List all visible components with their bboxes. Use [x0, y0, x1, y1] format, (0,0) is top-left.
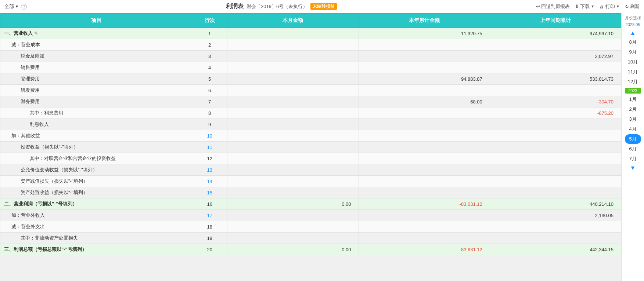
table-cell-item: 其中：对联营企业和合营企业的投资收益	[0, 153, 192, 164]
table-cell-year	[359, 233, 490, 244]
table-cell-lastyear	[490, 153, 621, 164]
month-item[interactable]: 8月	[625, 37, 641, 47]
table-cell-year	[359, 187, 490, 198]
table-cell-rownum: 13	[192, 164, 227, 176]
table-cell-rownum: 19	[192, 233, 227, 244]
table-cell-year: -83,631.12	[359, 244, 490, 255]
table-cell-item: 管理费用	[0, 73, 192, 85]
scope-dropdown[interactable]: 全部 ▼	[4, 3, 19, 10]
table-cell-rownum: 11	[192, 142, 227, 153]
table-cell-month	[227, 96, 359, 107]
download-arrow-icon: ▼	[591, 4, 594, 8]
table-cell-rownum: 14	[192, 176, 227, 187]
month-item[interactable]: 1月	[625, 95, 641, 104]
month-item[interactable]: 9月	[625, 47, 641, 57]
table-cell-lastyear: -304.70	[490, 96, 621, 107]
table-cell-lastyear	[490, 176, 621, 187]
table-cell-item: 三、利润总额（亏损总额以"-"号填列）	[0, 244, 192, 255]
table-cell-item: 公允价值变动收益（损失以"-"填列）	[0, 164, 192, 176]
table-cell-lastyear: 533,014.73	[490, 73, 621, 85]
download-button[interactable]: ⬇ 下载 ▼	[575, 3, 594, 10]
table-cell-month: 0.00	[227, 244, 359, 255]
table-cell-item: 投资收益（损失以"-"填列）	[0, 142, 192, 153]
table-area: 项目 行次 本月金额 本年累计金额 上年同期累计 一、营业收入✎111,320.…	[0, 13, 621, 281]
table-cell-month	[227, 130, 359, 142]
table-cell-year	[359, 51, 490, 62]
table-cell-month	[227, 233, 359, 244]
help-icon[interactable]: ?	[21, 4, 27, 10]
table-cell-month: 0.00	[227, 198, 359, 210]
table-cell-month	[227, 153, 359, 164]
edit-icon[interactable]: ✎	[34, 31, 38, 36]
table-cell-month	[227, 210, 359, 221]
table-cell-rownum: 6	[192, 85, 227, 96]
scroll-up-icon[interactable]: ▲	[630, 30, 636, 36]
table-cell-item: 资产处置收益（损失以"-"填列）	[0, 187, 192, 198]
scroll-down-icon[interactable]: ▼	[630, 165, 636, 171]
month-item[interactable]: 5月	[625, 134, 641, 144]
table-cell-year	[359, 62, 490, 73]
table-cell-rownum: 9	[192, 119, 227, 130]
table-cell-rownum: 10	[192, 130, 227, 142]
month-item[interactable]: 7月	[625, 154, 641, 164]
table-cell-month	[227, 51, 359, 62]
table-cell-year: -83,631.12	[359, 198, 490, 210]
table-cell-item: 其中：利息费用	[0, 107, 192, 119]
year-label[interactable]: 2023	[625, 88, 641, 94]
table-cell-rownum: 16	[192, 198, 227, 210]
report-subtitle: 财会〔2019〕6号（未执行）	[247, 3, 307, 10]
month-item[interactable]: 4月	[625, 124, 641, 134]
table-cell-month	[227, 142, 359, 153]
return-icon: ↩	[536, 4, 540, 9]
main-container: 项目 行次 本月金额 本年累计金额 上年同期累计 一、营业收入✎111,320.…	[0, 13, 644, 281]
table-cell-rownum: 17	[192, 210, 227, 221]
status-badge[interactable]: 未结转损益	[310, 3, 337, 10]
month-item[interactable]: 3月	[625, 114, 641, 124]
month-item[interactable]: 11月	[625, 67, 641, 77]
month-item[interactable]: 6月	[625, 144, 641, 154]
table-cell-rownum: 4	[192, 62, 227, 73]
top-bar: 全部 ▼ ? 利润表 财会〔2019〕6号（未执行） 未结转损益 ↩ 回退到原报…	[0, 0, 644, 13]
table-cell-month	[227, 221, 359, 233]
table-cell-month	[227, 176, 359, 187]
table-cell-item: 资产减值损失（损失以"-"填列）	[0, 176, 192, 187]
table-cell-month	[227, 119, 359, 130]
month-item[interactable]: 2月	[625, 105, 641, 114]
table-cell-lastyear: -875.20	[490, 107, 621, 119]
table-cell-lastyear: 2,072.97	[490, 51, 621, 62]
table-cell-lastyear	[490, 130, 621, 142]
table-cell-month	[227, 39, 359, 51]
table-cell-year	[359, 39, 490, 51]
month-selector-title: 月份选择	[625, 15, 641, 21]
table-cell-rownum: 5	[192, 73, 227, 85]
refresh-button[interactable]: ↻ 刷新	[625, 3, 640, 10]
table-cell-month	[227, 164, 359, 176]
table-cell-lastyear: 2,130.05	[490, 210, 621, 221]
top-bar-right: ↩ 回退到原报表 ⬇ 下载 ▼ 🖨 打印 ▼ ↻ 刷新	[536, 3, 640, 10]
month-item[interactable]: 12月	[625, 77, 641, 87]
table-cell-lastyear	[490, 187, 621, 198]
month-item[interactable]: 10月	[625, 57, 641, 67]
side-panel: 月份选择 2023.05 ▲ 8月9月10月11月12月20231月2月3月4月…	[621, 13, 644, 281]
header-month: 本月金额	[227, 14, 359, 28]
table-cell-rownum: 3	[192, 51, 227, 62]
table-cell-lastyear: 440,214.10	[490, 198, 621, 210]
table-cell-month	[227, 107, 359, 119]
table-cell-item: 减：营业成本	[0, 39, 192, 51]
table-cell-lastyear	[490, 62, 621, 73]
table-cell-lastyear	[490, 39, 621, 51]
table-cell-year	[359, 130, 490, 142]
table-cell-item: 加：其他收益	[0, 130, 192, 142]
refresh-icon: ↻	[625, 4, 629, 9]
top-bar-center: 利润表 财会〔2019〕6号（未执行） 未结转损益	[226, 3, 337, 10]
table-cell-year	[359, 85, 490, 96]
table-cell-year	[359, 176, 490, 187]
header-item: 项目	[0, 14, 192, 28]
table-cell-year	[359, 221, 490, 233]
table-cell-rownum: 15	[192, 187, 227, 198]
table-cell-item: 加：营业外收入	[0, 210, 192, 221]
report-title: 利润表	[226, 3, 244, 10]
return-button[interactable]: ↩ 回退到原报表	[536, 3, 570, 10]
print-button[interactable]: 🖨 打印 ▼	[600, 3, 620, 10]
table-cell-lastyear: 974,997.10	[490, 28, 621, 39]
